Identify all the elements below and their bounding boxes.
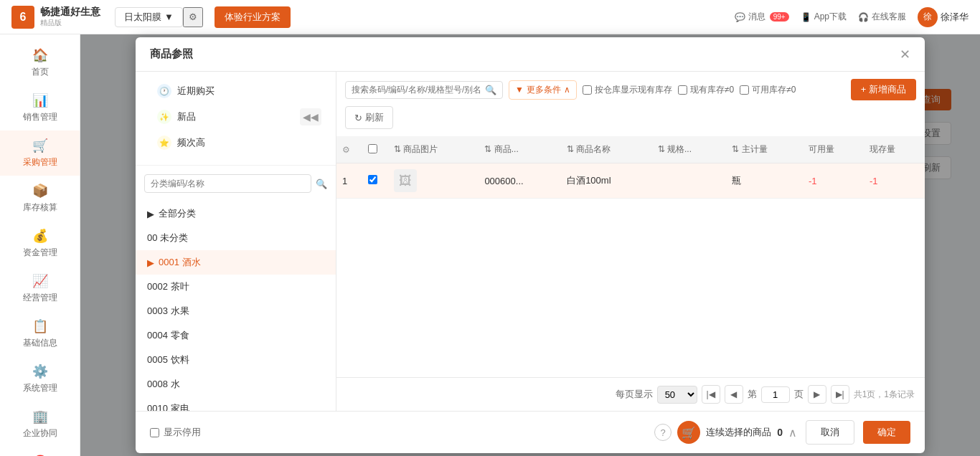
exp-button[interactable]: 体验行业方案 — [215, 6, 291, 28]
prev-page-button[interactable]: ◀ — [725, 385, 743, 404]
top-nav: 6 畅捷通好生意 精品版 日太阳膜 ▼ ⚙ 体验行业方案 💬 消息 99+ 📱 … — [0, 0, 980, 34]
cart-icon[interactable]: 🛒 — [677, 421, 700, 444]
category-label: 全部分类 — [159, 207, 196, 220]
category-c0010[interactable]: 0010 家电 — [136, 396, 336, 411]
search-box: 🔍 — [345, 81, 503, 99]
table-settings-icon[interactable]: ⚙ — [342, 145, 350, 155]
user-area[interactable]: 徐 徐泽华 — [918, 7, 969, 27]
category-c0001[interactable]: ▶ 0001 酒水 — [136, 250, 336, 275]
category-c0008[interactable]: 0008 水 — [136, 372, 336, 396]
row-name: 白酒100ml — [561, 163, 652, 199]
cart-count: 0 — [777, 427, 783, 438]
sort-icon: ⇅ — [484, 144, 491, 154]
table-row[interactable]: 1 🖼 — [336, 163, 925, 199]
stock-nonzero-checkbox[interactable] — [678, 85, 687, 95]
stock-col-header: 现存量 — [864, 136, 925, 163]
recent-tab[interactable]: 🕐 近期购买 — [150, 79, 283, 103]
sidebar-item-finance[interactable]: 💰 资金管理 — [0, 221, 80, 266]
warehouse-checkbox[interactable] — [583, 85, 592, 95]
checkbox-col-header — [362, 136, 388, 163]
enterprise-icon: 🏢 — [32, 409, 48, 424]
refresh-button[interactable]: ↻ 刷新 — [345, 106, 393, 129]
select-all-checkbox[interactable] — [368, 144, 377, 153]
sidebar-item-inventory[interactable]: 📦 库存核算 — [0, 176, 80, 221]
cancel-button[interactable]: 取消 — [806, 420, 854, 445]
checkbox-available-nonzero[interactable]: 可用库存≠0 — [740, 84, 796, 96]
category-label: 0010 家电 — [147, 402, 189, 411]
modal-header: 商品参照 ✕ — [136, 37, 925, 72]
category-c00[interactable]: 00 未分类 — [136, 226, 336, 250]
category-list: ▶ 全部分类 00 未分类 ▶ 0001 酒水 0002 茶 — [136, 199, 336, 411]
sidebar-item-purchase[interactable]: 🛒 采购管理 — [0, 130, 80, 176]
category-c0003[interactable]: 0003 水果 — [136, 299, 336, 323]
category-all[interactable]: ▶ 全部分类 — [136, 201, 336, 226]
row-image: 🖼 — [388, 163, 479, 199]
image-col-header: ⇅ 商品图片 — [388, 136, 479, 163]
operation-icon: 📈 — [32, 273, 48, 289]
sidebar-item-system[interactable]: ⚙️ 系统管理 — [0, 356, 80, 402]
show-disabled-checkbox[interactable] — [150, 428, 159, 437]
modal-footer: 显示停用 ? 🛒 连续选择的商品 0 ∧ 取消 确定 — [136, 411, 925, 453]
collapse-cart-button[interactable]: ∧ — [788, 426, 797, 440]
main-layout: 🏠 首页 📊 销售管理 🛒 采购管理 📦 库存核算 💰 资金管理 📈 经营管理 … — [0, 34, 980, 456]
sort-icon: ⇅ — [658, 144, 665, 154]
username: 徐泽华 — [941, 11, 969, 24]
refresh-icon: ↻ — [354, 113, 362, 123]
sidebar-label: 库存核算 — [23, 201, 57, 214]
logo-icon: 6 — [11, 6, 34, 29]
category-c0004[interactable]: 0004 零食 — [136, 323, 336, 348]
sidebar-item-sales[interactable]: 📊 销售管理 — [0, 85, 80, 130]
row-select-checkbox[interactable] — [368, 175, 377, 184]
sidebar-item-basic[interactable]: 📋 基础信息 — [0, 311, 80, 356]
recent-label: 近期购买 — [177, 85, 215, 98]
home-icon: 🏠 — [32, 47, 48, 63]
product-search-input[interactable] — [352, 85, 481, 95]
online-service-item[interactable]: 🎧 在线客服 — [858, 11, 906, 23]
checkbox-warehouse[interactable]: 按仓库显示现有库存 — [583, 84, 672, 96]
confirm-button[interactable]: 确定 — [863, 421, 910, 444]
freq-tab[interactable]: ⭐ 频次高 — [150, 130, 283, 155]
sales-icon: 📊 — [32, 92, 48, 108]
show-disabled-label[interactable]: 显示停用 — [150, 426, 201, 439]
divider — [136, 165, 336, 166]
available-nonzero-checkbox[interactable] — [740, 85, 749, 95]
settings-button[interactable]: ⚙ — [183, 7, 203, 27]
message-icon-item[interactable]: 💬 消息 99+ — [735, 11, 789, 23]
logo-area: 6 畅捷通好生意 精品版 — [11, 6, 100, 29]
filter-button[interactable]: ▼ 更多条件 ∧ — [509, 80, 577, 100]
table-container: ⚙ ⇅ 商品图片 — [336, 136, 925, 377]
category-c0002[interactable]: 0002 茶叶 — [136, 275, 336, 299]
checkbox-stock-nonzero[interactable]: 现有库存≠0 — [678, 84, 734, 96]
per-page-select[interactable]: 50 100 — [657, 386, 697, 404]
new-tab[interactable]: ✨ 新品 — [150, 105, 283, 129]
help-icon[interactable]: ? — [654, 424, 672, 441]
page-number-input[interactable] — [761, 386, 790, 403]
finance-icon: 💰 — [32, 228, 48, 244]
freq-label: 频次高 — [177, 136, 205, 149]
category-search: 🔍 — [136, 168, 336, 199]
first-page-button[interactable]: |◀ — [702, 385, 720, 404]
store-selector[interactable]: 日太阳膜 ▼ — [115, 7, 183, 27]
category-c0005[interactable]: 0005 饮料 — [136, 348, 336, 372]
sidebar-label: 首页 — [32, 66, 49, 78]
sidebar-item-operation[interactable]: 📈 经营管理 — [0, 266, 80, 311]
code-col-header: ⇅ 商品... — [479, 136, 561, 163]
new-label: 新品 — [177, 110, 196, 123]
app-download-item[interactable]: 📱 App下载 — [801, 11, 847, 23]
sidebar-item-guide[interactable]: 🎯 新手引导 — [0, 447, 80, 456]
last-page-button[interactable]: ▶| — [831, 385, 849, 404]
add-product-button[interactable]: + 新增商品 — [851, 79, 916, 100]
search-icon[interactable]: 🔍 — [485, 85, 496, 95]
modal-close-button[interactable]: ✕ — [900, 48, 910, 61]
row-checkbox — [362, 163, 388, 199]
sidebar-item-enterprise[interactable]: 🏢 企业协同 — [0, 402, 80, 447]
category-search-icon[interactable]: 🔍 — [316, 179, 327, 189]
message-badge: 99+ — [770, 12, 789, 22]
row-stock: -1 — [864, 163, 925, 199]
recent-icon: 🕐 — [157, 84, 171, 98]
inventory-icon: 📦 — [32, 183, 48, 199]
category-search-input[interactable] — [144, 174, 311, 193]
sidebar-item-home[interactable]: 🏠 首页 — [0, 40, 80, 85]
collapse-panel-button[interactable]: ◀◀ — [300, 108, 321, 125]
next-page-button[interactable]: ▶ — [808, 385, 826, 404]
